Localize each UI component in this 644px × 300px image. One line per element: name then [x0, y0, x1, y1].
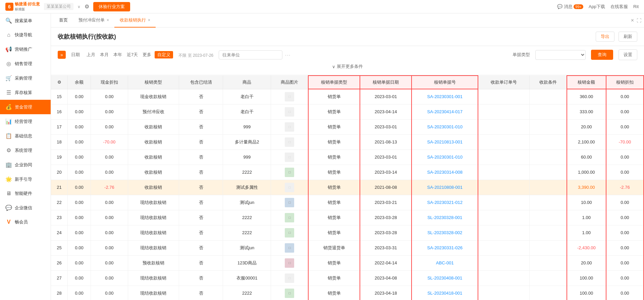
bill-no-link[interactable]: SA-20230301-010 [427, 124, 463, 129]
search-icon: 🔍 [5, 17, 12, 24]
product-thumbnail: □ [285, 198, 294, 207]
sidebar-item-inventory[interactable]: ☰ 库存核算 [0, 85, 51, 100]
query-btn[interactable]: 查询 [591, 50, 613, 60]
row-number: 23 [51, 210, 68, 225]
bill-no-cell: SA-20230301-001 [412, 89, 478, 104]
tab-prepay-close[interactable]: × [107, 18, 109, 23]
writeoff-discount-cell: 0.00 [606, 165, 644, 180]
top-bar: 6 畅捷通·好生意 标准版 某某某某公司 ∨ ⚙ 休验行业方案 💬 消息 99+… [0, 0, 644, 13]
bill-type-select[interactable] [535, 50, 586, 60]
row-number: 22 [51, 195, 68, 210]
user-name[interactable]: Rit [633, 4, 639, 9]
bill-no-link[interactable]: SA-20210813-001 [427, 139, 463, 144]
product-thumbnail: □ [285, 122, 294, 132]
sidebar-item-marketing[interactable]: 📢 营销推广 [0, 42, 51, 56]
include-settled-cell: 否 [179, 104, 223, 119]
settings-icon[interactable]: ⚙ [85, 3, 89, 10]
bill-no-link[interactable]: SA-20230314-008 [427, 170, 463, 175]
include-settled-cell: 否 [179, 240, 223, 255]
tab-expand-icon[interactable]: ⛶ [637, 18, 641, 23]
row-number: 27 [51, 270, 68, 286]
sidebar-item-quicknav[interactable]: ⌂ 快捷导航 [0, 28, 51, 42]
sidebar-item-member[interactable]: V 畅会员 [0, 215, 51, 229]
bill-no-link[interactable]: SA-20230301-010 [427, 155, 463, 160]
date-btn-thisyear[interactable]: 本年 [112, 51, 123, 58]
product-img-cell: □ [271, 240, 308, 255]
bill-no-link[interactable]: SL-20230408-001 [427, 275, 462, 281]
sidebar-item-basicinfo[interactable]: 📋 基础信息 [0, 129, 51, 143]
bill-type-cell: 销货单 [308, 270, 360, 286]
writeoff-type-cell: 收款核销 [128, 119, 179, 134]
writeoff-amount-cell: -2,430.00 [567, 240, 606, 255]
company-dropdown-btn[interactable]: ∨ [77, 4, 80, 9]
bill-date-cell: 2023-04-14 [360, 104, 412, 119]
bill-type-cell: 销货单 [308, 165, 360, 180]
date-btn-lastmonth[interactable]: 上月 [85, 51, 97, 58]
expand-more-btn[interactable]: ∨ 展开更多条件 [58, 61, 637, 72]
bill-no-link[interactable]: SA-20230414-017 [427, 109, 463, 114]
sidebar-item-search[interactable]: 🔍 搜索菜单 [0, 13, 51, 28]
writeoff-amount-cell: 100.00 [567, 270, 606, 286]
date-btn-more[interactable]: 更多 [141, 51, 153, 58]
product-cell: 衣服00001 [223, 270, 271, 286]
writeoff-discount-cell: 0.00 [606, 104, 644, 119]
sidebar-item-system[interactable]: ⚙ 系统管理 [0, 143, 51, 158]
tab-home[interactable]: 首页 [54, 13, 73, 28]
collection-order-no-cell [478, 104, 529, 119]
tab-close-all-icon[interactable]: × [631, 17, 634, 24]
row-number: 17 [51, 119, 68, 134]
bill-no-link[interactable]: SL-20230328-001 [427, 215, 462, 220]
refresh-btn[interactable]: 刷新 [619, 32, 637, 42]
collection-condition-cell [529, 240, 567, 255]
data-table-wrapper: ⚙ 余额 现金折扣 核销类型 包含已结清 商品 商品图片 核销单据类型 核销单据… [51, 75, 644, 300]
solution-btn[interactable]: 休验行业方案 [93, 2, 130, 11]
collection-condition-cell [529, 255, 567, 270]
bill-no-link[interactable]: SA-20210808-001 [427, 185, 463, 190]
tab-collection-close[interactable]: × [148, 18, 150, 23]
sidebar-item-operations[interactable]: 📊 经营管理 [0, 114, 51, 129]
bill-no-link[interactable]: SL-20230328-002 [427, 230, 462, 235]
writeoff-type-cell: 现结收款核销 [128, 195, 179, 210]
table-row: 280.000.00现结收款核销否2222□销货单2023-04-18SL-20… [51, 286, 644, 300]
collection-order-no-cell [478, 134, 529, 149]
sidebar-item-guide[interactable]: 🌟 新手引导 [0, 172, 51, 186]
table-row: 250.000.00现结收款核销否测试jun□销货退货单2023-03-31SA… [51, 240, 644, 255]
cash-discount-cell: 0.00 [91, 240, 128, 255]
product-thumbnail: □ [285, 213, 294, 222]
include-settled-cell: 否 [179, 225, 223, 240]
product-cell: 多计量商品2 [223, 134, 271, 149]
bill-no-cell: SA-20230301-010 [412, 119, 478, 134]
message-btn[interactable]: 💬 消息 99+ [557, 4, 583, 10]
include-settled-cell: 否 [179, 89, 223, 104]
th-settings[interactable]: ⚙ [51, 76, 68, 89]
guide-icon: 🌟 [5, 176, 12, 182]
bill-type-cell: 销货单 [308, 195, 360, 210]
tab-prepay[interactable]: 预付冲应付单 × [73, 13, 114, 28]
sidebar-item-sales[interactable]: ◎ 销售管理 [0, 56, 51, 71]
sidebar-item-hardware[interactable]: 🖥 智能硬件 [0, 186, 51, 201]
date-btn-7days[interactable]: 近7天 [125, 51, 139, 58]
date-btn-custom[interactable]: 自定义 [155, 51, 173, 58]
app-download-btn[interactable]: App下载 [589, 4, 605, 10]
date-btn-thismonth[interactable]: 本月 [99, 51, 110, 58]
export-btn[interactable]: 导出 [596, 32, 614, 42]
bill-no-link[interactable]: ABC-001 [436, 260, 454, 265]
writeoff-type-cell: 收款核销 [128, 149, 179, 165]
online-service-btn[interactable]: 在线客服 [610, 4, 628, 10]
counterparty-input[interactable] [219, 50, 282, 59]
table-row: 160.000.00预付冲应收否老白干□销货单2023-04-14SA-2023… [51, 104, 644, 119]
bill-no-link[interactable]: SL-20230418-001 [427, 291, 462, 296]
sidebar-item-purchase[interactable]: 🛒 采购管理 [0, 71, 51, 85]
include-settled-cell: 否 [179, 270, 223, 286]
company-name: 某某某某公司 [44, 3, 73, 10]
sidebar-item-wechat[interactable]: 💬 企业微信 [0, 201, 51, 215]
sidebar-item-enterprise[interactable]: 🏢 企业协同 [0, 158, 51, 172]
writeoff-discount-cell: -2.76 [606, 180, 644, 195]
bill-no-link[interactable]: SA-20230331-026 [427, 245, 463, 250]
filter-expand-btn[interactable]: » [58, 51, 66, 59]
bill-no-link[interactable]: SA-20230301-001 [427, 94, 463, 99]
filter-settings-btn[interactable]: 设置 [619, 49, 637, 60]
bill-no-link[interactable]: SA-20230321-012 [427, 200, 463, 205]
tab-collection[interactable]: 收款核销执行 × [114, 13, 156, 28]
sidebar-item-finance[interactable]: 💰 资金管理 [0, 100, 51, 114]
